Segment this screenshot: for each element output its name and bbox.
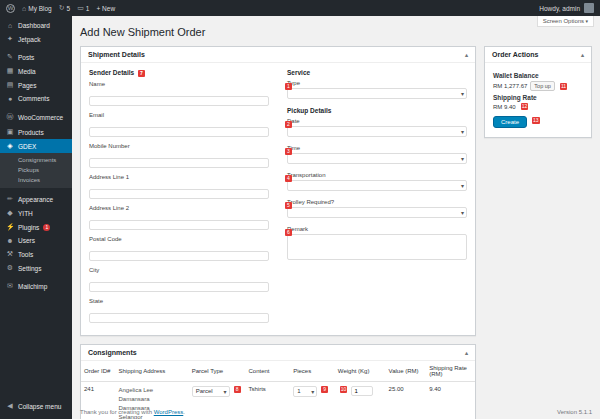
sidebar-item-users[interactable]: ☻ Users	[0, 234, 72, 247]
col-content: Content	[245, 361, 290, 382]
trolley-required-select[interactable]	[287, 207, 467, 218]
col-shipping-address: Shipping Address	[116, 361, 189, 382]
sidebar-item-media[interactable]: ▦ Media	[0, 64, 72, 78]
name-input[interactable]	[89, 96, 269, 106]
sidebar-item-gdex[interactable]: ◈ GDEX	[0, 139, 72, 153]
sidebar-item-label: Plugins	[18, 224, 39, 231]
sidebar-item-appearance[interactable]: ✏ Appearance	[0, 192, 72, 206]
annotation-badge-10: 10	[340, 386, 348, 393]
panel-toggle-icon[interactable]	[465, 51, 468, 58]
annotation-badge-6: 6	[285, 229, 292, 236]
remark-label: Remark	[287, 226, 467, 232]
state-input[interactable]	[89, 313, 269, 323]
email-input[interactable]	[89, 127, 269, 137]
address-line-1-label: Address Line 1	[89, 174, 269, 180]
plugins-icon: ⚡	[6, 223, 14, 231]
panel-title: Consignments	[88, 349, 137, 356]
site-name-menu[interactable]: ⌂ My Blog	[22, 5, 52, 12]
pieces-value: 1	[297, 388, 300, 394]
sidebar-item-label: Mailchimp	[18, 283, 47, 290]
posts-icon: ✎	[6, 53, 14, 61]
gdex-submenu: Consignments Pickups Invoices	[0, 153, 72, 188]
sidebar-item-settings[interactable]: ⚙ Settings	[0, 261, 72, 275]
weight-input[interactable]	[351, 386, 373, 396]
sidebar-item-label: Settings	[18, 265, 42, 272]
pieces-select[interactable]: 1	[293, 386, 317, 397]
date-select[interactable]	[287, 126, 467, 137]
parcel-type-value: Parcel	[196, 388, 213, 394]
yith-icon: ◆	[6, 209, 14, 217]
sidebar-item-yith[interactable]: ◆ YITH	[0, 206, 72, 220]
top-up-button[interactable]: Top up	[530, 81, 555, 91]
primary-column: Shipment Details Sender Details 7	[80, 46, 476, 419]
transportation-select[interactable]	[287, 180, 467, 191]
annotation-badge-13: 13	[532, 117, 540, 124]
plugins-update-badge: 1	[43, 224, 50, 231]
new-content-menu[interactable]: + New	[96, 5, 115, 12]
parcel-type-select[interactable]: Parcel	[192, 386, 230, 397]
sidebar-item-label: Users	[18, 237, 35, 244]
panel-toggle-icon[interactable]	[465, 349, 468, 356]
mobile-number-input[interactable]	[89, 158, 269, 168]
city-input[interactable]	[89, 282, 269, 292]
annotation-badge-3: 3	[285, 148, 292, 155]
sidebar-item-dashboard[interactable]: ⌂ Dashboard	[0, 19, 72, 32]
type-select[interactable]	[287, 88, 467, 99]
time-select[interactable]	[287, 153, 467, 164]
annotation-badge-11: 11	[560, 83, 567, 90]
sidebar-item-pickups[interactable]: Pickups	[0, 165, 72, 175]
transportation-label: Transportation	[287, 172, 467, 178]
address-line-1-input[interactable]	[89, 189, 269, 199]
service-heading: Service	[287, 69, 467, 76]
sidebar-item-consignments[interactable]: Consignments	[0, 155, 72, 165]
time-label: Time	[287, 145, 467, 151]
sidebar-item-tools[interactable]: ⚒ Tools	[0, 247, 72, 261]
wordpress-link[interactable]: WordPress	[154, 409, 184, 415]
panel-toggle-icon[interactable]	[581, 51, 584, 58]
annotation-badge-4: 4	[285, 175, 292, 182]
sidebar-item-comments[interactable]: ● Comments	[0, 92, 72, 105]
trolley-required-label: Trolley Required?	[287, 199, 467, 205]
updates-menu[interactable]: ↻ 5	[59, 4, 71, 12]
postal-code-input[interactable]	[89, 251, 269, 261]
wallet-balance-value: RM 1,277.67	[493, 83, 527, 89]
admin-bar: W ⌂ My Blog ↻ 5 ▭ 1 + New Howdy, admin	[0, 0, 600, 16]
collapse-menu-button[interactable]: ◀ Collapse menu	[0, 399, 72, 413]
sender-details-heading: Sender Details 7	[89, 69, 269, 77]
page-title: Add New Shipment Order	[80, 26, 592, 38]
sidebar-item-label: Products	[18, 129, 44, 136]
consignments-header: Consignments	[81, 345, 475, 361]
sidebar-item-pages[interactable]: ▤ Pages	[0, 78, 72, 92]
footer-thanks: Thank you for creating with WordPress.	[80, 409, 185, 415]
annotation-badge-12: 12	[521, 103, 529, 110]
avatar[interactable]	[584, 3, 594, 13]
shipping-rate-label: Shipping Rate	[493, 94, 583, 101]
address-line-2-input[interactable]	[89, 220, 269, 230]
sidebar-item-woocommerce[interactable]: Ⓦ WooCommerce	[0, 109, 72, 125]
comments-bubble-icon: ▭	[77, 4, 84, 12]
sidebar-item-invoices[interactable]: Invoices	[0, 175, 72, 185]
sidebar-item-jetpack[interactable]: ✦ Jetpack	[0, 32, 72, 46]
order-actions-panel: Order Actions Wallet Balance RM 1,277.67…	[484, 46, 592, 138]
sidebar-item-plugins[interactable]: ⚡ Plugins 1	[0, 220, 72, 234]
sidebar-item-posts[interactable]: ✎ Posts	[0, 50, 72, 64]
sidebar-item-products[interactable]: ▣ Products	[0, 125, 72, 139]
panel-title: Shipment Details	[88, 51, 145, 58]
new-content-label: + New	[96, 5, 115, 12]
dashboard-icon: ⌂	[6, 22, 14, 29]
shipment-details-panel: Shipment Details Sender Details 7	[80, 46, 476, 336]
sidebar-item-label: Tools	[18, 251, 33, 258]
shipping-rate-value: RM 9.40	[493, 104, 516, 110]
panel-title: Order Actions	[492, 51, 538, 58]
wordpress-logo-icon[interactable]: W	[6, 4, 15, 13]
remark-textarea[interactable]	[287, 234, 467, 260]
chevron-down-icon	[461, 128, 464, 135]
sidebar-item-label: Dashboard	[18, 22, 50, 29]
comments-menu[interactable]: ▭ 1	[77, 4, 89, 12]
collapse-arrow-icon: ◀	[6, 402, 14, 410]
sidebar-item-mailchimp[interactable]: ✉ Mailchimp	[0, 279, 72, 293]
sidebar-item-label: Pages	[18, 82, 36, 89]
create-button[interactable]: Create	[493, 116, 527, 128]
howdy-label[interactable]: Howdy, admin	[539, 5, 580, 12]
sidebar-item-label: Appearance	[18, 196, 53, 203]
